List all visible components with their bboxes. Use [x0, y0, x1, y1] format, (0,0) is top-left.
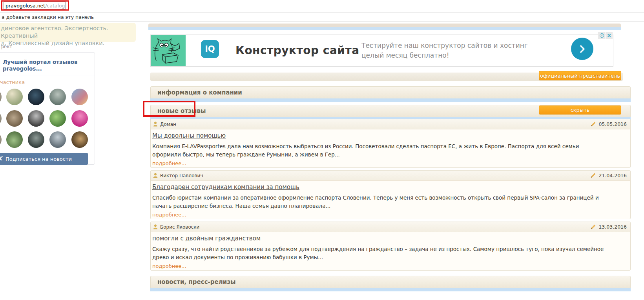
vk-members-count: частника — [0, 79, 25, 85]
avatar[interactable] — [49, 110, 66, 127]
annotation-box-new-reviews — [143, 101, 195, 117]
vk-subscribe-label: Подписаться на новости — [5, 156, 72, 162]
review-more-link[interactable]: подробнее... — [152, 212, 626, 218]
review-title-link[interactable]: помогли с двойным гражданством — [152, 235, 261, 242]
user-icon — [153, 122, 158, 127]
review-author: Виктор Павлович — [160, 173, 203, 178]
review-header: Борис Яковоски 13.03.2016 — [151, 222, 630, 232]
ad-banner[interactable]: iQ Конструктор сайта Тестируйте наш конс… — [150, 35, 613, 67]
review-more-link[interactable]: подробнее... — [152, 263, 626, 269]
pencil-icon — [590, 121, 596, 127]
review-date: 13.03.2016 — [598, 224, 627, 230]
section-stripe — [150, 288, 631, 291]
section-title: информация о компании — [157, 89, 242, 96]
review-date: 05.05.2016 — [598, 121, 627, 127]
section-header-news[interactable]: новости, пресс-релизы — [150, 276, 631, 291]
review-author: Борис Яковоски — [160, 224, 199, 230]
pencil-icon — [590, 173, 596, 178]
vk-logo-icon: VK — [0, 155, 2, 162]
ad-banner-description: Тестируйте наш конструктор сайтов и хост… — [361, 41, 538, 60]
hide-button[interactable]: скрыть — [539, 105, 621, 115]
review-header: Доман 05.05.2016 — [151, 119, 630, 129]
vk-subscribe-button[interactable]: VK Подписаться на новости — [0, 153, 88, 165]
avatar[interactable] — [49, 89, 66, 105]
avatar[interactable] — [71, 131, 88, 148]
cat-drawing-icon — [151, 35, 186, 66]
ad-close-icon[interactable]: × — [606, 32, 613, 39]
review-body: Скажу сразу, что найти родственников за … — [152, 245, 606, 262]
chevron-right-icon — [578, 44, 587, 54]
review-body: Компания E-LAVPassportes дала нам возмож… — [152, 142, 606, 159]
review-more-link[interactable]: подробнее... — [152, 160, 626, 166]
ad-banner-title: Конструктор сайта — [235, 44, 359, 57]
bookmarks-bar-hint: а добавьте закладки на эту панель — [2, 14, 94, 20]
avatar[interactable] — [71, 89, 88, 105]
user-icon — [153, 173, 158, 178]
review-header: Виктор Павлович 21.04.2016 — [151, 171, 630, 181]
vk-widget-title-link[interactable]: Лучший портал отзывов pravogolos... — [3, 59, 94, 72]
review-card: Борис Яковоски 13.03.2016 помогли с двой… — [150, 222, 631, 271]
section-stripe — [150, 98, 631, 102]
section-header-new-reviews[interactable]: новые отзывы скрыть — [150, 105, 631, 120]
user-icon — [153, 224, 158, 229]
avatar[interactable] — [28, 131, 44, 148]
section-header-company-info[interactable]: информация о компании — [150, 86, 631, 102]
ad-provider-label: рект — [1, 44, 12, 49]
annotation-box-url — [1, 0, 69, 11]
review-date: 21.04.2016 — [598, 173, 627, 178]
collapsed-section-bar — [148, 24, 621, 30]
vk-widget-divider — [0, 76, 95, 76]
avatar[interactable] — [71, 110, 88, 127]
avatar[interactable] — [28, 110, 44, 127]
avatar[interactable] — [49, 131, 66, 148]
review-body: Спасибо юристам компании за оперативное … — [152, 194, 606, 210]
pencil-icon — [590, 224, 596, 230]
avatar[interactable] — [6, 110, 23, 127]
review-title-link[interactable]: Мы довольны помощью — [152, 132, 226, 139]
section-title: новости, пресс-релизы — [157, 278, 235, 285]
review-author: Доман — [160, 122, 176, 127]
iq-logo: iQ — [201, 40, 219, 58]
avatar[interactable] — [6, 89, 23, 105]
text-ad-line1: динговое агентство. Экспертность. Креати… — [1, 25, 133, 40]
text-ad-line2: д. Комплексный дизайн упаковки. — [1, 40, 133, 47]
official-rep-button[interactable]: официальный представитель — [539, 71, 621, 80]
text-ad-block[interactable]: динговое агентство. Экспертность. Креати… — [0, 23, 136, 42]
ad-banner-image — [151, 35, 186, 66]
ad-arrow-button[interactable] — [571, 38, 593, 60]
review-title-link[interactable]: Благодарен сотрудникам компании за помощ… — [152, 184, 299, 191]
ad-info-icon[interactable]: i — [598, 32, 605, 39]
avatar[interactable] — [28, 89, 44, 105]
main-content: iQ Конструктор сайта Тестируйте наш конс… — [150, 0, 631, 300]
review-card: Доман 05.05.2016 Мы довольны помощью Ком… — [150, 119, 631, 168]
reviews-list: Доман 05.05.2016 Мы довольны помощью Ком… — [150, 119, 631, 273]
avatar[interactable] — [6, 131, 23, 148]
review-card: Виктор Павлович 21.04.2016 Благодарен со… — [150, 170, 631, 219]
